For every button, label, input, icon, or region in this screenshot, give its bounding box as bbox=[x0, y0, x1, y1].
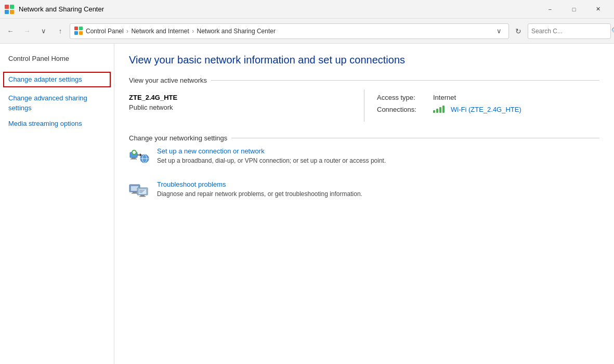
svg-rect-1 bbox=[132, 158, 136, 159]
connections-row: Connections: Wi-Fi (ZTE_2.4G_HTE) bbox=[377, 105, 599, 114]
troubleshoot-svg bbox=[129, 180, 150, 201]
troubleshoot-icon bbox=[129, 180, 150, 201]
svg-rect-17 bbox=[140, 195, 145, 196]
sidebar: Control Panel Home Change adapter settin… bbox=[0, 44, 114, 364]
sidebar-item-media-streaming[interactable]: Media streaming options bbox=[0, 117, 114, 131]
app-icon bbox=[4, 4, 15, 15]
svg-rect-13 bbox=[133, 192, 137, 193]
window-controls: − □ ✕ bbox=[538, 0, 610, 19]
troubleshoot-link[interactable]: Troubleshoot problems bbox=[157, 180, 362, 188]
settings-section: Set up a new connection or network Set u… bbox=[129, 147, 599, 201]
breadcrumb-part-3[interactable]: Network and Sharing Center bbox=[197, 28, 276, 35]
forward-button[interactable]: → bbox=[20, 24, 34, 38]
search-button[interactable]: 🔍 bbox=[611, 27, 614, 35]
back-button[interactable]: ← bbox=[3, 24, 18, 38]
access-type-label: Access type: bbox=[377, 94, 429, 101]
up-button[interactable]: ↑ bbox=[53, 24, 68, 38]
network-card: ZTE_2.4G_HTE Public network Access type:… bbox=[129, 89, 599, 122]
address-icon bbox=[74, 27, 84, 36]
search-bar[interactable]: 🔍 bbox=[528, 23, 611, 39]
network-name: ZTE_2.4G_HTE bbox=[129, 94, 351, 101]
sidebar-item-control-panel-home[interactable]: Control Panel Home bbox=[0, 52, 114, 66]
address-field[interactable]: Control Panel › Network and Internet › N… bbox=[70, 23, 509, 39]
network-type: Public network bbox=[129, 103, 351, 111]
svg-rect-18 bbox=[139, 196, 146, 197]
sidebar-item-change-advanced-sharing[interactable]: Change advanced sharing settings bbox=[0, 92, 114, 114]
dropdown-button[interactable]: ∨ bbox=[36, 24, 51, 38]
breadcrumb-part-1[interactable]: Control Panel bbox=[86, 28, 124, 35]
new-connection-svg bbox=[129, 147, 150, 168]
minimize-button[interactable]: − bbox=[538, 0, 562, 19]
wifi-bars-icon bbox=[433, 105, 447, 114]
settings-header: Change your networking settings bbox=[129, 134, 599, 142]
access-type-value: Internet bbox=[433, 94, 456, 101]
new-connection-link[interactable]: Set up a new connection or network bbox=[157, 147, 386, 155]
network-info-right: Access type: Internet Connections: bbox=[377, 89, 599, 122]
new-connection-text: Set up a new connection or network Set u… bbox=[157, 147, 386, 164]
connections-label: Connections: bbox=[377, 106, 429, 113]
new-connection-icon bbox=[129, 147, 150, 168]
new-connection-desc: Set up a broadband, dial-up, or VPN conn… bbox=[157, 157, 386, 164]
window-title: Network and Sharing Center bbox=[19, 5, 538, 13]
close-button[interactable]: ✕ bbox=[586, 0, 610, 19]
main-window: Control Panel Home Change adapter settin… bbox=[0, 44, 614, 364]
troubleshoot-text: Troubleshoot problems Diagnose and repai… bbox=[157, 180, 362, 198]
refresh-button[interactable]: ↻ bbox=[511, 24, 526, 38]
titlebar: Network and Sharing Center − □ ✕ bbox=[0, 0, 614, 19]
search-input[interactable] bbox=[531, 28, 609, 35]
sidebar-item-change-adapter-settings[interactable]: Change adapter settings bbox=[4, 73, 110, 86]
svg-rect-14 bbox=[132, 193, 138, 194]
svg-rect-2 bbox=[130, 159, 137, 160]
access-type-row: Access type: Internet bbox=[377, 94, 599, 101]
settings-item-troubleshoot: Troubleshoot problems Diagnose and repai… bbox=[129, 180, 599, 201]
content-area: View your basic network information and … bbox=[114, 44, 614, 364]
address-dropdown-button[interactable]: ∨ bbox=[494, 26, 504, 36]
svg-rect-10 bbox=[133, 152, 136, 153]
troubleshoot-desc: Diagnose and repair network problems, or… bbox=[157, 190, 362, 198]
breadcrumb: Control Panel › Network and Internet › N… bbox=[86, 28, 492, 35]
network-info-left: ZTE_2.4G_HTE Public network bbox=[129, 89, 364, 122]
active-networks-header: View your active networks bbox=[129, 76, 599, 84]
page-title: View your basic network information and … bbox=[129, 54, 599, 66]
address-bar-container: ← → ∨ ↑ Control Panel › Network and Inte… bbox=[0, 19, 614, 44]
breadcrumb-part-2[interactable]: Network and Internet bbox=[131, 28, 189, 35]
settings-item-new-connection: Set up a new connection or network Set u… bbox=[129, 147, 599, 168]
maximize-button[interactable]: □ bbox=[562, 0, 586, 19]
wifi-connection-link[interactable]: Wi-Fi (ZTE_2.4G_HTE) bbox=[451, 106, 521, 113]
